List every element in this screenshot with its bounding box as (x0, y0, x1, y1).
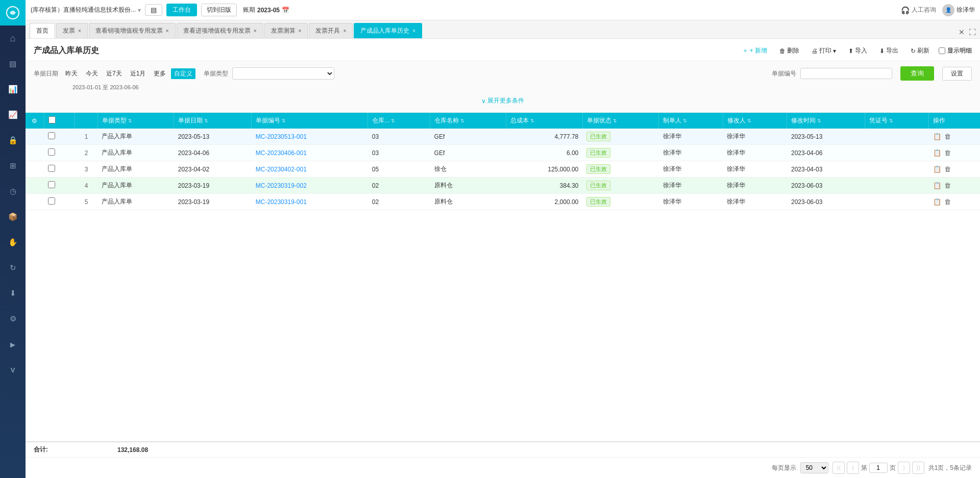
th-settings[interactable]: ⚙ (26, 113, 44, 129)
row-checkbox[interactable] (48, 148, 55, 156)
row-edit-icon[interactable]: 📋 (933, 133, 941, 140)
user-service-btn[interactable]: 🎧 人工咨询 (901, 6, 936, 14)
th-warehouse-code[interactable]: 仓库... ⇅ (368, 113, 430, 129)
th-checkbox[interactable] (44, 113, 75, 129)
row-checkbox-cell[interactable] (44, 161, 75, 178)
sidebar-item-lock[interactable]: 🔒 (0, 128, 26, 153)
tab-invoice[interactable]: 发票 × (56, 23, 88, 38)
sidebar-item-download[interactable]: ⬇ (0, 281, 26, 306)
row-edit-icon[interactable]: 📋 (933, 149, 941, 157)
tab-open-close[interactable]: × (343, 28, 346, 34)
row-number-link[interactable]: MC-20230406-001 (256, 149, 307, 157)
tab-purchase-invoice[interactable]: 查看进项增值税专用发票 × (177, 23, 263, 38)
row-delete-icon[interactable]: 🗑 (944, 198, 951, 206)
per-page-select[interactable]: 50 20 100 (800, 462, 828, 473)
row-checkbox[interactable] (48, 197, 55, 205)
th-modify-time[interactable]: 修改时间 ⇅ (787, 113, 865, 129)
th-status[interactable]: 单据状态 ⇅ (582, 113, 658, 129)
tab-purchase-close[interactable]: × (254, 28, 257, 34)
sidebar-item-chart[interactable]: 📊 (0, 77, 26, 102)
tab-product-history[interactable]: 产成品入库单历史 × (354, 23, 422, 38)
import-btn[interactable]: ⬆ 导入 (845, 45, 870, 57)
tab-sales-invoice[interactable]: 查看销项增值税专用发票 × (89, 23, 176, 38)
date-btn-more[interactable]: 更多 (151, 68, 169, 79)
tab-invoice-open[interactable]: 发票开具 × (309, 23, 353, 38)
show-detail-checkbox[interactable] (939, 47, 945, 54)
tab-sales-close[interactable]: × (166, 28, 169, 34)
date-btn-yesterday[interactable]: 昨天 (62, 68, 81, 79)
date-btn-7days[interactable]: 近7天 (103, 68, 125, 79)
workspace-btn[interactable]: 工作台 (166, 4, 197, 16)
period-selector[interactable]: 账期 2023-05 📅 (243, 6, 289, 14)
number-filter-input[interactable] (800, 68, 892, 79)
sidebar-item-clock[interactable]: ◷ (0, 179, 26, 204)
row-checkbox-cell[interactable] (44, 129, 75, 145)
type-filter-select[interactable] (232, 67, 334, 80)
row-checkbox[interactable] (48, 181, 55, 188)
tab-product-history-close[interactable]: × (412, 28, 415, 34)
th-modifier[interactable]: 修改人 ⇅ (723, 113, 787, 129)
date-btn-custom[interactable]: 自定义 (171, 68, 195, 79)
refresh-btn[interactable]: ↻ 刷新 (908, 45, 933, 57)
print-btn[interactable]: 🖨 打印 ▾ (808, 45, 839, 57)
page-number-input[interactable] (869, 463, 888, 473)
page-next-btn[interactable]: ⟩ (898, 462, 910, 474)
tab-invoice-close[interactable]: × (78, 28, 81, 34)
sidebar-item-home[interactable]: ⌂ (0, 26, 26, 51)
company-selector[interactable]: (库存核算）直播轻纯通信息技术股份... ▾ (31, 6, 141, 14)
date-btn-1month[interactable]: 近1月 (127, 68, 149, 79)
show-detail-toggle[interactable]: 显示明细 (939, 46, 972, 55)
sidebar-item-settings[interactable]: ⚙ (0, 306, 26, 332)
export-btn[interactable]: ⬇ 导出 (876, 45, 901, 57)
delete-btn[interactable]: 🗑 删除 (776, 45, 802, 57)
row-checkbox-cell[interactable] (44, 145, 75, 161)
row-checkbox[interactable] (48, 165, 55, 172)
page-prev-btn[interactable]: ⟨ (847, 462, 859, 474)
row-delete-icon[interactable]: 🗑 (944, 149, 951, 157)
new-btn[interactable]: ＋ + 新增 (739, 45, 770, 57)
th-date[interactable]: 单据日期 ⇅ (174, 113, 252, 129)
row-delete-icon[interactable]: 🗑 (944, 165, 951, 173)
settings-btn[interactable]: 设置 (942, 67, 972, 81)
tab-invoice-calc[interactable]: 发票测算 × (264, 23, 308, 38)
tab-calc-close[interactable]: × (299, 28, 302, 34)
sidebar-item-grid[interactable]: ⊞ (0, 153, 26, 179)
th-creator[interactable]: 制单人 ⇅ (659, 113, 723, 129)
sidebar-item-analytics[interactable]: 📈 (0, 102, 26, 128)
sidebar-item-package[interactable]: 📦 (0, 204, 26, 230)
period-calendar-icon[interactable]: 📅 (282, 7, 289, 14)
row-number-link[interactable]: MC-20230319-002 (256, 182, 307, 189)
tab-maximize-icon[interactable]: ⛶ (969, 28, 976, 36)
user-menu[interactable]: 👤 徐泽华 (942, 4, 975, 16)
page-first-btn[interactable]: ⟨⟨ (832, 462, 845, 474)
row-checkbox-cell[interactable] (44, 178, 75, 194)
switch-version-btn[interactable]: 切到旧版 (201, 4, 237, 16)
template-btn[interactable]: ▤ (145, 4, 162, 16)
row-checkbox-cell[interactable] (44, 194, 75, 210)
row-number-link[interactable]: MC-20230513-001 (256, 133, 307, 140)
expand-conditions-btn[interactable]: ∨ 展开更多条件 (481, 96, 524, 105)
sidebar-item-play[interactable]: ▶ (0, 332, 26, 357)
query-btn[interactable]: 查询 (900, 66, 934, 81)
select-all-checkbox[interactable] (48, 116, 56, 123)
row-delete-icon[interactable]: 🗑 (944, 133, 951, 140)
row-edit-icon[interactable]: 📋 (933, 198, 941, 206)
th-number[interactable]: 单据编号 ⇅ (252, 113, 368, 129)
row-number-link[interactable]: MC-20230319-001 (256, 198, 307, 206)
page-last-btn[interactable]: ⟩⟩ (912, 462, 924, 474)
sidebar-item-hand[interactable]: ✋ (0, 230, 26, 255)
row-number-link[interactable]: MC-20230402-001 (256, 166, 307, 173)
row-edit-icon[interactable]: 📋 (933, 182, 941, 189)
date-btn-today[interactable]: 今天 (83, 68, 101, 79)
tab-close-all-icon[interactable]: ✕ (959, 28, 965, 36)
sidebar-item-version[interactable]: V (0, 357, 26, 383)
th-type[interactable]: 单据类型 ⇅ (97, 113, 174, 129)
print-dropdown-icon[interactable]: ▾ (833, 47, 836, 55)
row-edit-icon[interactable]: 📋 (933, 165, 941, 173)
th-warehouse-name[interactable]: 仓库名称 ⇅ (430, 113, 506, 129)
th-total-cost[interactable]: 总成本 ⇅ (506, 113, 582, 129)
sidebar-item-doc[interactable]: ▤ (0, 51, 26, 77)
row-delete-icon[interactable]: 🗑 (944, 182, 951, 189)
sidebar-item-refresh[interactable]: ↻ (0, 255, 26, 281)
tab-home[interactable]: 首页 (30, 23, 55, 38)
